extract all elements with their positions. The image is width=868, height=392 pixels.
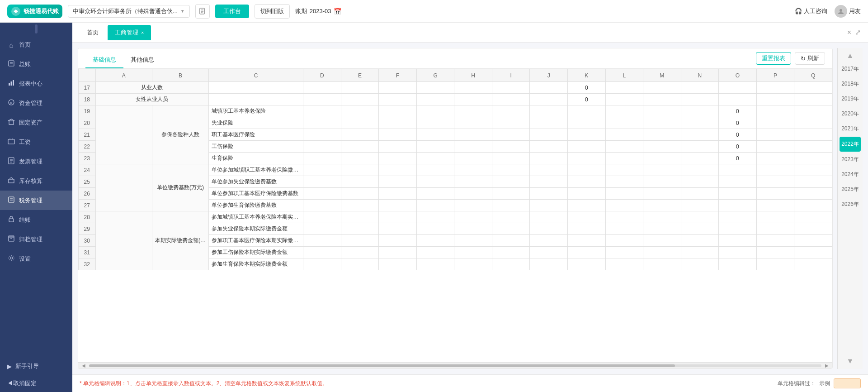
table-cell[interactable] [454,247,492,258]
table-cell[interactable] [530,188,568,200]
table-cell[interactable] [605,117,643,129]
table-cell[interactable] [379,188,417,200]
table-cell[interactable] [567,223,605,235]
table-cell[interactable] [794,105,832,117]
table-cell[interactable] [605,82,643,94]
table-cell[interactable] [681,164,719,176]
table-cell[interactable] [756,105,794,117]
table-cell[interactable] [379,200,417,211]
table-cell[interactable] [643,153,681,164]
table-cell[interactable] [530,211,568,223]
old-version-button[interactable]: 切到旧版 [255,4,290,19]
table-cell[interactable] [209,82,303,94]
table-cell[interactable] [756,82,794,94]
table-cell[interactable] [643,164,681,176]
table-cell[interactable] [756,247,794,258]
table-cell[interactable] [341,223,379,235]
table-cell[interactable] [643,188,681,200]
table-cell[interactable] [794,141,832,153]
sidebar-item-ledger[interactable]: 总账 [0,54,72,74]
table-cell[interactable] [530,129,568,141]
table-cell[interactable] [567,105,605,117]
table-cell[interactable] [454,235,492,247]
sidebar-item-close[interactable]: 结账 [0,210,72,229]
table-cell[interactable] [643,235,681,247]
table-cell[interactable] [454,211,492,223]
sidebar-item-home[interactable]: ⌂ 首页 [0,35,72,54]
table-cell[interactable] [530,105,568,117]
sidebar-item-tax[interactable]: 税务管理 [0,191,72,210]
table-cell[interactable] [379,153,417,164]
table-cell[interactable] [303,129,341,141]
year-scroll-up-button[interactable]: ▲ [845,50,856,62]
table-cell[interactable] [605,211,643,223]
cell-24-a[interactable] [95,164,152,211]
table-cell[interactable] [303,94,341,105]
table-cell[interactable] [379,247,417,258]
table-cell[interactable] [492,82,530,94]
table-cell[interactable] [567,211,605,223]
table-cell[interactable] [756,235,794,247]
table-cell[interactable] [341,211,379,223]
year-item-2018[interactable]: 2018年 [838,76,863,91]
cell-24-b[interactable]: 单位缴费基数(万元) [152,164,208,211]
table-cell[interactable] [719,176,757,188]
table-cell[interactable] [454,117,492,129]
year-item-2022[interactable]: 2022年 [840,137,861,152]
cell-24-c[interactable]: 单位参加城镇职工基本养老保险缴费基数 [209,164,303,176]
cell-18-k[interactable]: 0 [567,94,605,105]
table-cell[interactable] [379,211,417,223]
cell-23-c[interactable]: 生育保险 [209,153,303,164]
table-cell[interactable] [567,153,605,164]
table-cell[interactable] [643,117,681,129]
scroll-thumb[interactable] [89,364,675,367]
table-cell[interactable] [605,94,643,105]
table-cell[interactable] [492,211,530,223]
table-cell[interactable] [454,188,492,200]
table-cell[interactable] [416,176,454,188]
company-selector[interactable]: 中审众环会计师事务所（特殊普通合伙... ▼ [68,5,190,18]
table-cell[interactable] [416,200,454,211]
workbench-button[interactable]: 工作台 [215,5,249,18]
table-cell[interactable] [341,141,379,153]
reset-report-button[interactable]: 重置报表 [756,52,791,65]
table-cell[interactable] [530,94,568,105]
table-cell[interactable] [454,94,492,105]
user-menu[interactable]: 用友 [835,5,861,18]
table-cell[interactable] [794,223,832,235]
table-cell[interactable] [681,223,719,235]
table-cell[interactable] [756,258,794,270]
sidebar-item-funds[interactable]: ¥ 资金管理 [0,93,72,113]
cell-20-c[interactable]: 失业保险 [209,117,303,129]
table-cell[interactable] [492,247,530,258]
table-cell[interactable] [530,153,568,164]
table-cell[interactable] [416,141,454,153]
table-cell[interactable] [719,188,757,200]
table-cell[interactable] [643,94,681,105]
cell-25-c[interactable]: 单位参加失业保险缴费基数 [209,176,303,188]
table-cell[interactable] [567,188,605,200]
cell-19-b[interactable]: 参保各险种人数 [152,105,208,164]
table-cell[interactable] [303,247,341,258]
close-window-button[interactable]: × [847,28,851,37]
table-cell[interactable] [681,211,719,223]
table-cell[interactable] [756,188,794,200]
table-cell[interactable] [681,117,719,129]
table-cell[interactable] [454,82,492,94]
table-cell[interactable] [341,200,379,211]
table-cell[interactable] [303,258,341,270]
sidebar-item-reports[interactable]: 报表中心 [0,74,72,93]
calendar-icon[interactable]: 📅 [334,8,341,15]
table-cell[interactable] [303,176,341,188]
cell-21-o[interactable]: 0 [719,129,757,141]
table-cell[interactable] [492,223,530,235]
table-cell[interactable] [209,94,303,105]
table-cell[interactable] [643,141,681,153]
table-cell[interactable] [492,105,530,117]
table-cell[interactable] [416,164,454,176]
table-cell[interactable] [643,223,681,235]
table-cell[interactable] [605,200,643,211]
table-cell[interactable] [681,188,719,200]
table-cell[interactable] [567,176,605,188]
table-cell[interactable] [756,223,794,235]
